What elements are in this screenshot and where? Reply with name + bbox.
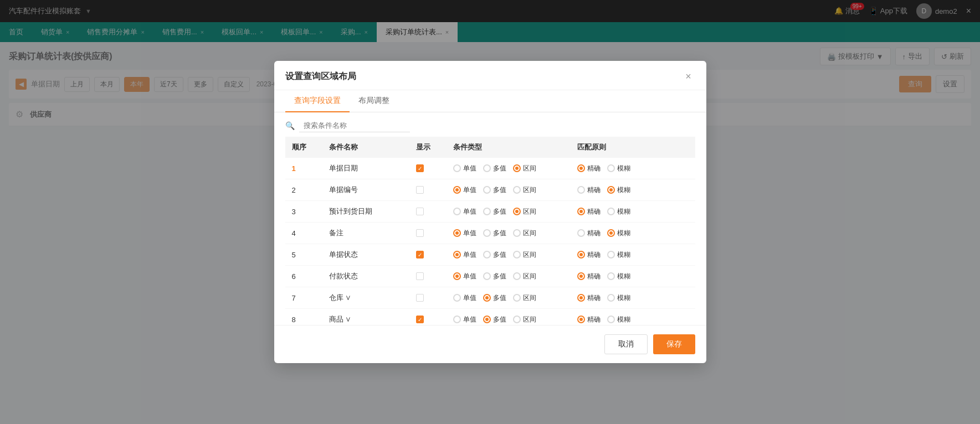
show-checkbox[interactable] xyxy=(416,186,424,194)
match-radio-精确[interactable]: 精确 xyxy=(577,272,601,281)
type-radio-多值[interactable]: 多值 xyxy=(483,185,506,195)
match-radio-精确[interactable]: 精确 xyxy=(577,164,601,173)
radio-circle xyxy=(453,294,461,302)
type-radio-区间[interactable]: 区间 xyxy=(513,164,536,173)
type-radio-多值[interactable]: 多值 xyxy=(483,315,506,324)
type-radio-单值[interactable]: 单值 xyxy=(453,207,476,216)
match-radio-精确[interactable]: 精确 xyxy=(577,315,601,324)
radio-circle xyxy=(453,251,461,258)
cell-match: 精确模糊 xyxy=(571,158,695,179)
cell-type: 单值多值区间 xyxy=(447,179,571,201)
type-radio-多值[interactable]: 多值 xyxy=(483,164,506,173)
cell-order: 6 xyxy=(285,266,322,287)
cell-order: 7 xyxy=(285,287,322,309)
col-header-type: 条件类型 xyxy=(447,137,571,158)
match-radio-模糊[interactable]: 模糊 xyxy=(607,293,630,303)
show-checkbox[interactable] xyxy=(416,294,424,302)
radio-circle xyxy=(453,186,461,194)
cancel-button[interactable]: 取消 xyxy=(604,334,648,354)
cell-type: 单值多值区间 xyxy=(447,266,571,287)
col-header-match: 匹配原则 xyxy=(571,137,695,158)
table-row: 2单据编号单值多值区间精确模糊 xyxy=(285,179,695,201)
type-radio-多值[interactable]: 多值 xyxy=(483,250,506,260)
match-radio-精确[interactable]: 精确 xyxy=(577,229,601,238)
cell-show: ✓ xyxy=(409,309,447,325)
match-radio-模糊[interactable]: 模糊 xyxy=(607,207,630,216)
type-radio-多值[interactable]: 多值 xyxy=(483,272,506,281)
search-input[interactable] xyxy=(299,119,410,132)
cell-name: 付款状态 xyxy=(322,266,409,287)
radio-circle xyxy=(483,272,491,280)
show-checkbox[interactable] xyxy=(416,272,424,280)
type-radio-单值[interactable]: 单值 xyxy=(453,185,476,195)
show-checkbox[interactable] xyxy=(416,208,424,215)
type-radio-单值[interactable]: 单值 xyxy=(453,293,476,303)
type-radio-区间[interactable]: 区间 xyxy=(513,229,536,238)
show-checkbox[interactable]: ✓ xyxy=(416,251,424,258)
col-header-show: 显示 xyxy=(409,137,447,158)
type-radio-单值[interactable]: 单值 xyxy=(453,229,476,238)
match-radio-模糊[interactable]: 模糊 xyxy=(607,185,630,195)
radio-circle xyxy=(607,208,615,215)
type-radio-区间[interactable]: 区间 xyxy=(513,250,536,260)
cell-match: 精确模糊 xyxy=(571,223,695,244)
match-radio-精确[interactable]: 精确 xyxy=(577,293,601,303)
type-radio-区间[interactable]: 区间 xyxy=(513,293,536,303)
type-radio-单值[interactable]: 单值 xyxy=(453,315,476,324)
match-radio-精确[interactable]: 精确 xyxy=(577,185,601,195)
cell-type: 单值多值区间 xyxy=(447,287,571,309)
type-radio-单值[interactable]: 单值 xyxy=(453,164,476,173)
radio-circle xyxy=(577,208,585,215)
type-radio-区间[interactable]: 区间 xyxy=(513,207,536,216)
radio-circle xyxy=(453,164,461,172)
match-radio-模糊[interactable]: 模糊 xyxy=(607,250,630,260)
type-radio-区间[interactable]: 区间 xyxy=(513,315,536,324)
type-radio-多值[interactable]: 多值 xyxy=(483,207,506,216)
match-radio-模糊[interactable]: 模糊 xyxy=(607,272,630,281)
radio-circle xyxy=(513,229,521,237)
radio-circle xyxy=(513,164,521,172)
radio-circle xyxy=(513,208,521,215)
radio-circle xyxy=(453,229,461,237)
match-radio-模糊[interactable]: 模糊 xyxy=(607,229,630,238)
radio-circle xyxy=(513,316,521,323)
table-row: 8商品 ∨✓单值多值区间精确模糊 xyxy=(285,309,695,325)
match-radio-精确[interactable]: 精确 xyxy=(577,250,601,260)
radio-circle xyxy=(513,186,521,194)
show-checkbox[interactable]: ✓ xyxy=(416,164,424,172)
cell-match: 精确模糊 xyxy=(571,179,695,201)
cell-name: 单据状态 xyxy=(322,244,409,266)
modal-tab-bar: 查询字段设置 布局调整 xyxy=(274,90,706,112)
type-radio-单值[interactable]: 单值 xyxy=(453,250,476,260)
radio-circle xyxy=(577,164,585,172)
modal-tab-query-fields[interactable]: 查询字段设置 xyxy=(285,90,350,112)
save-button[interactable]: 保存 xyxy=(653,334,695,354)
type-radio-多值[interactable]: 多值 xyxy=(483,229,506,238)
cell-show xyxy=(409,287,447,309)
type-radio-多值[interactable]: 多值 xyxy=(483,293,506,303)
modal-close-button[interactable]: × xyxy=(682,70,695,83)
cell-match: 精确模糊 xyxy=(571,201,695,223)
type-radio-区间[interactable]: 区间 xyxy=(513,185,536,195)
modal-search-area: 🔍 xyxy=(274,112,706,137)
search-icon: 🔍 xyxy=(285,121,295,130)
modal-tab-layout[interactable]: 布局调整 xyxy=(350,90,398,112)
cell-type: 单值多值区间 xyxy=(447,309,571,325)
match-radio-模糊[interactable]: 模糊 xyxy=(607,164,630,173)
radio-circle xyxy=(513,251,521,258)
radio-circle xyxy=(607,272,615,280)
type-radio-区间[interactable]: 区间 xyxy=(513,272,536,281)
radio-circle xyxy=(483,294,491,302)
show-checkbox[interactable]: ✓ xyxy=(416,316,424,323)
table-row: 7仓库 ∨单值多值区间精确模糊 xyxy=(285,287,695,309)
show-checkbox[interactable] xyxy=(416,229,424,237)
type-radio-单值[interactable]: 单值 xyxy=(453,272,476,281)
cell-order: 3 xyxy=(285,201,322,223)
table-row: 3预计到货日期单值多值区间精确模糊 xyxy=(285,201,695,223)
col-header-order: 顺序 xyxy=(285,137,322,158)
radio-circle xyxy=(577,272,585,280)
match-radio-精确[interactable]: 精确 xyxy=(577,207,601,216)
radio-circle xyxy=(607,316,615,323)
modal-dialog: 设置查询区域布局 × 查询字段设置 布局调整 🔍 顺序 条件名称 显示 条件类型 xyxy=(274,61,706,363)
match-radio-模糊[interactable]: 模糊 xyxy=(607,315,630,324)
